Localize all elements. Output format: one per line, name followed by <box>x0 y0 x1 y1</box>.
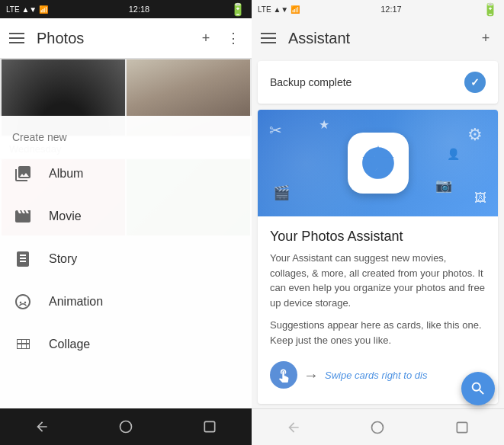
search-fab[interactable] <box>461 372 495 405</box>
swipe-hand-icon <box>270 361 297 389</box>
svg-rect-1 <box>204 421 214 431</box>
battery-icon-left: 🔋 <box>230 2 246 17</box>
menu-item-collage[interactable]: Collage <box>0 323 252 366</box>
more-button-left[interactable]: ⋮ <box>224 29 242 47</box>
swipe-text: Swipe cards right to dis <box>325 370 427 381</box>
collage-label: Collage <box>49 338 90 351</box>
add-button-right[interactable]: + <box>477 29 495 47</box>
animation-icon <box>12 291 34 312</box>
deco-photo: 🖼 <box>474 191 486 205</box>
deco-gear: ⚙ <box>467 125 483 145</box>
home-button-left[interactable] <box>108 408 144 445</box>
svg-point-2 <box>372 421 384 433</box>
swipe-arrow: → <box>303 367 319 384</box>
photos-area: Wednesday Create new Album Movie <box>0 58 252 408</box>
status-icons-left: LTE ▲▼ 📶 <box>6 5 48 14</box>
collage-icon <box>12 334 34 355</box>
create-new-drawer: Create new Album Movie Story <box>0 116 252 408</box>
hamburger-menu[interactable] <box>9 33 24 43</box>
backup-card: Backup complete <box>258 61 498 104</box>
nav-bar-right <box>252 408 504 445</box>
swipe-hint: → Swipe cards right to dis <box>270 355 486 392</box>
menu-item-story[interactable]: Story <box>0 238 252 280</box>
back-button-left[interactable] <box>24 408 60 445</box>
nav-bar-left <box>0 408 252 445</box>
svg-rect-3 <box>457 422 467 432</box>
album-icon <box>12 163 34 184</box>
menu-item-album[interactable]: Album <box>0 152 252 195</box>
time-right: 12:17 <box>380 5 402 14</box>
recents-button-left[interactable] <box>191 408 228 445</box>
left-panel: LTE ▲▼ 📶 12:18 🔋 Photos + ⋮ Wednesday Cr… <box>0 0 252 445</box>
signal-icons-right: LTE ▲▼ 📶 <box>258 5 300 14</box>
assistant-title: Assistant <box>288 30 464 47</box>
menu-item-animation[interactable]: Animation <box>0 280 252 323</box>
story-label: Story <box>49 252 77 266</box>
add-button-left[interactable]: + <box>197 29 215 47</box>
story-icon <box>12 248 34 270</box>
menu-item-movie[interactable]: Movie <box>0 195 252 238</box>
right-content: Backup complete ✂ ★ 🎬 ⚙ 🖼 👤 📷 <box>252 58 504 408</box>
backup-text: Backup complete <box>270 76 352 88</box>
promo-card: ✂ ★ 🎬 ⚙ 🖼 👤 📷 Your Photos Assistant Your… <box>258 110 498 404</box>
recents-button-right[interactable] <box>444 409 480 446</box>
home-button-right[interactable] <box>359 409 396 446</box>
album-label: Album <box>49 167 83 181</box>
photos-title: Photos <box>37 30 185 47</box>
top-bar-right: Assistant + <box>252 18 504 58</box>
deco-photo2: 📷 <box>435 177 452 194</box>
movie-icon <box>12 206 34 227</box>
deco-scissors: ✂ <box>269 121 282 139</box>
promo-banner: ✂ ★ 🎬 ⚙ 🖼 👤 📷 <box>258 110 498 216</box>
hamburger-menu-right[interactable] <box>261 33 276 43</box>
top-bar-left: Photos + ⋮ <box>0 18 252 58</box>
promo-desc-2: Suggestions appear here as cards, like t… <box>270 318 486 347</box>
status-icons-right: LTE ▲▼ 📶 <box>258 5 300 14</box>
deco-user: 👤 <box>447 148 460 160</box>
promo-body: Your Photos Assistant Your Assistant can… <box>258 216 498 404</box>
assistant-star-icon <box>348 133 409 194</box>
deco-star: ★ <box>319 117 329 132</box>
time-left: 12:18 <box>129 5 150 14</box>
backup-check-icon <box>464 72 486 93</box>
status-bar-left: LTE ▲▼ 📶 12:18 🔋 <box>0 0 252 18</box>
animation-label: Animation <box>49 295 103 309</box>
top-bar-icons: + ⋮ <box>197 29 242 47</box>
signal-icons-left: LTE ▲▼ 📶 <box>6 5 48 14</box>
promo-title: Your Photos Assistant <box>270 229 486 245</box>
svg-point-0 <box>120 421 132 433</box>
right-panel: LTE ▲▼ 📶 12:17 🔋 Assistant + Backup comp… <box>252 0 504 445</box>
promo-desc-1: Your Assistant can suggest new movies, c… <box>270 251 486 310</box>
create-new-label: Create new <box>0 128 252 152</box>
movie-label: Movie <box>49 210 82 223</box>
deco-film: 🎬 <box>273 184 290 201</box>
battery-icon-right: 🔋 <box>483 2 498 17</box>
back-button-right[interactable] <box>275 409 312 446</box>
status-bar-right: LTE ▲▼ 📶 12:17 🔋 <box>252 0 504 18</box>
